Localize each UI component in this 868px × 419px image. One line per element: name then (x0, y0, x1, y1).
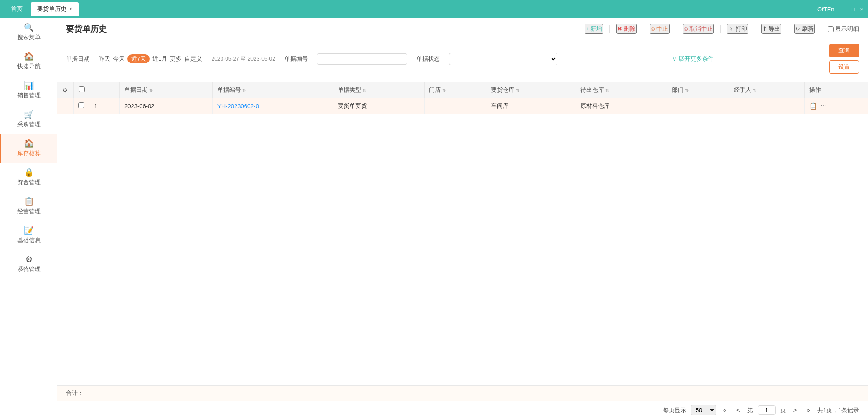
sidebar-item-base-info[interactable]: 📝 基础信息 (0, 221, 57, 250)
total-info: 共1页，1条记录 (817, 406, 859, 414)
settings-button[interactable]: 设置 (829, 60, 859, 74)
tab-active[interactable]: 要货单历史 × (31, 2, 79, 16)
cell-date: 2023-06-02 (120, 98, 213, 114)
first-page-button[interactable]: « (721, 406, 729, 414)
tab-close-icon[interactable]: × (69, 6, 72, 12)
filter-area: 单据日期 昨天 今天 近7天 近1月 更多 自定义 2023-05-27 至 2… (57, 39, 868, 82)
row-checkbox[interactable] (78, 102, 84, 108)
maximize-icon[interactable]: □ (851, 6, 855, 13)
show-detail-checkbox[interactable] (828, 26, 834, 32)
page-suffix: 页 (780, 406, 786, 414)
data-table: ⚙ 单据日期 ⇅ 单据编号 ⇅ (57, 82, 868, 114)
status-select[interactable] (449, 53, 557, 65)
stop-button[interactable]: ⊙ 中止 (650, 24, 670, 34)
pagination-bar: 每页显示 10 20 50 100 « < 第 页 > » 共1页，1条记录 (57, 401, 868, 419)
system-icon: ⚙ (25, 255, 33, 263)
th-req-warehouse[interactable]: 要货仓库 ⇅ (486, 82, 576, 98)
sidebar-item-label: 基础信息 (17, 236, 41, 244)
th-store[interactable]: 门店 ⇅ (425, 82, 486, 98)
sidebar-item-quick-nav[interactable]: 🏠 快捷导航 (0, 47, 57, 76)
table-wrapper: ⚙ 单据日期 ⇅ 单据编号 ⇅ (57, 82, 868, 385)
divider (676, 25, 676, 33)
bill-no-input[interactable] (317, 53, 407, 65)
shortcut-1month[interactable]: 近1月 (152, 55, 167, 63)
shortcut-today[interactable]: 今天 (113, 55, 125, 63)
row-actions: 📋 ⋯ (809, 102, 863, 110)
sort-bill-type-icon: ⇅ (363, 88, 366, 93)
sort-handler-icon: ⇅ (753, 88, 756, 93)
sidebar-item-finance-mgmt[interactable]: 🔒 资金管理 (0, 163, 57, 192)
sidebar-item-inventory-calc[interactable]: 🏠 库存核算 (0, 134, 57, 163)
sidebar-item-sales-mgmt[interactable]: 📊 销售管理 (0, 76, 57, 105)
filter-actions: 查询 设置 (829, 44, 859, 74)
cell-handler (729, 98, 805, 114)
summary-label: 合计： (66, 390, 84, 396)
th-date[interactable]: 单据日期 ⇅ (120, 82, 213, 98)
show-detail-label[interactable]: 显示明细 (828, 25, 859, 33)
th-checkbox (73, 82, 90, 98)
shortcut-custom[interactable]: 自定义 (184, 55, 202, 63)
cell-checkbox (73, 98, 90, 114)
delete-button[interactable]: ✖ 删除 (616, 24, 637, 34)
th-date-label: 单据日期 (124, 86, 148, 94)
cart-icon: 🛒 (24, 110, 34, 119)
tab-active-label: 要货单历史 (37, 5, 66, 13)
bill-no-link[interactable]: YH-20230602-0 (217, 103, 259, 110)
row-edit-icon[interactable]: 📋 (809, 102, 817, 110)
per-page-select[interactable]: 10 20 50 100 (691, 405, 716, 415)
sidebar-item-label: 销售管理 (17, 91, 41, 100)
th-pending-warehouse-label: 待出仓库 (580, 86, 604, 94)
show-detail-text: 显示明细 (835, 25, 859, 33)
row-more-icon[interactable]: ⋯ (821, 102, 827, 110)
sidebar-item-purchase-mgmt[interactable]: 🛒 采购管理 (0, 105, 57, 134)
top-bar-right: OfTEn — □ × (817, 6, 863, 13)
shortcut-7days[interactable]: 近7天 (127, 54, 150, 63)
footer-summary: 合计： (57, 385, 868, 401)
sort-department-icon: ⇅ (685, 88, 689, 93)
th-pending-warehouse[interactable]: 待出仓库 ⇅ (576, 82, 667, 98)
select-all-checkbox[interactable] (79, 86, 85, 92)
new-button[interactable]: + 新增 (585, 24, 603, 34)
refresh-button[interactable]: ↻ 刷新 (794, 24, 815, 34)
prev-page-button[interactable]: < (734, 406, 743, 414)
cell-actions: 📋 ⋯ (805, 98, 868, 114)
home-icon: 🏠 (24, 52, 34, 61)
sidebar-item-label: 搜索菜单 (17, 33, 41, 42)
cell-gear (57, 98, 73, 114)
th-settings[interactable]: ⚙ (57, 82, 73, 98)
th-bill-type-label: 单据类型 (338, 86, 361, 94)
sidebar-item-system-mgmt[interactable]: ⚙ 系统管理 (0, 250, 57, 279)
tab-home[interactable]: 首页 (5, 2, 29, 16)
toolbar: + 新增 ✖ 删除 ⊙ 中止 ⊙ 取消中止 🖨 打印 ⬆ 导出 ↻ 刷新 显示明… (585, 24, 859, 34)
page-title: 要货单历史 (66, 24, 107, 34)
sidebar-item-operations-mgmt[interactable]: 📋 经营管理 (0, 192, 57, 221)
minimize-icon[interactable]: — (840, 6, 846, 13)
sidebar-item-search-menu[interactable]: 🔍 搜索菜单 (0, 18, 57, 47)
th-handler[interactable]: 经手人 ⇅ (729, 82, 805, 98)
sidebar-item-label: 系统管理 (17, 265, 41, 273)
cancel-stop-button[interactable]: ⊙ 取消中止 (683, 24, 714, 34)
shortcut-yesterday[interactable]: 昨天 (99, 55, 110, 63)
print-button[interactable]: 🖨 打印 (727, 24, 748, 34)
next-page-button[interactable]: > (791, 406, 800, 414)
last-page-button[interactable]: » (804, 406, 812, 414)
shortcut-more[interactable]: 更多 (170, 55, 182, 63)
per-page-label: 每页显示 (663, 406, 686, 414)
th-bill-no[interactable]: 单据编号 ⇅ (213, 82, 333, 98)
th-department[interactable]: 部门 ⇅ (667, 82, 729, 98)
close-window-icon[interactable]: × (860, 6, 863, 13)
query-button[interactable]: 查询 (829, 44, 859, 57)
export-button[interactable]: ⬆ 导出 (761, 24, 782, 34)
sidebar-item-label: 库存核算 (17, 149, 41, 157)
expand-filter-button[interactable]: ∨ 展开更多条件 (672, 55, 714, 63)
content-area: 要货单历史 + 新增 ✖ 删除 ⊙ 中止 ⊙ 取消中止 🖨 打印 ⬆ 导出 ↻ … (57, 18, 868, 419)
th-store-label: 门店 (429, 86, 441, 94)
th-bill-no-label: 单据编号 (217, 86, 241, 94)
page-number-input[interactable] (758, 405, 776, 415)
main-layout: 🔍 搜索菜单 🏠 快捷导航 📊 销售管理 🛒 采购管理 🏠 库存核算 🔒 资金管… (0, 18, 868, 419)
table-header-row: ⚙ 单据日期 ⇅ 单据编号 ⇅ (57, 82, 868, 98)
often-label: OfTEn (817, 6, 835, 13)
th-bill-type[interactable]: 单据类型 ⇅ (333, 82, 425, 98)
sales-icon: 📊 (24, 81, 34, 90)
th-req-warehouse-label: 要货仓库 (491, 86, 514, 94)
